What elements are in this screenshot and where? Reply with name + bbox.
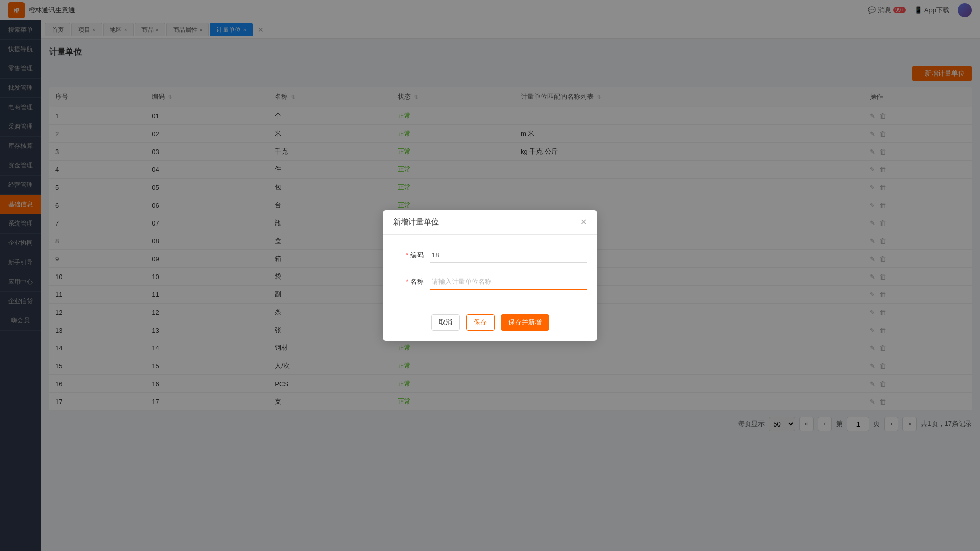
modal-body: 编码 名称 [383, 235, 597, 308]
save-new-button[interactable]: 保存并新增 [501, 314, 549, 331]
modal-overlay[interactable]: 新增计量单位 ✕ 编码 名称 取消 保存 保存并新增 [0, 0, 980, 551]
name-label: 名称 [393, 277, 424, 286]
code-input[interactable] [430, 247, 587, 263]
modal-dialog: 新增计量单位 ✕ 编码 名称 取消 保存 保存并新增 [383, 210, 597, 341]
modal-footer: 取消 保存 保存并新增 [383, 308, 597, 341]
name-input[interactable] [430, 273, 587, 290]
cancel-button[interactable]: 取消 [431, 314, 460, 331]
code-row: 编码 [393, 247, 587, 263]
name-row: 名称 [393, 273, 587, 290]
modal-close-button[interactable]: ✕ [580, 217, 587, 227]
code-label: 编码 [393, 251, 424, 260]
save-button[interactable]: 保存 [466, 314, 495, 331]
modal-title: 新增计量单位 [393, 217, 439, 227]
modal-header: 新增计量单位 ✕ [383, 210, 597, 235]
